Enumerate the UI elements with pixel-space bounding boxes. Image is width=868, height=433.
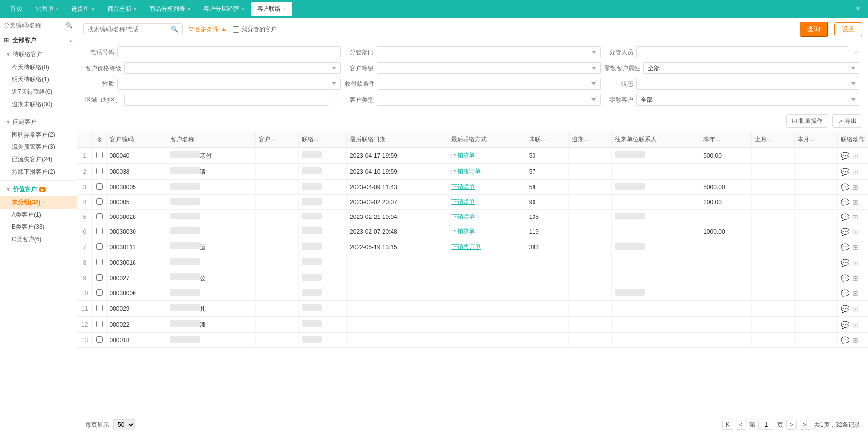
sidebar-item-declining[interactable]: 持续下滑客户(2) bbox=[0, 166, 77, 178]
grid-action-icon[interactable]: ⊞ bbox=[852, 213, 858, 221]
last-method-link[interactable]: 下销售订单 bbox=[451, 243, 481, 250]
row-checkbox[interactable] bbox=[96, 168, 103, 174]
nav-tab-sales-close[interactable]: × bbox=[56, 6, 59, 12]
sidebar-item-overdue[interactable]: 逾期未联络(30) bbox=[0, 98, 77, 111]
grid-action-icon[interactable]: ⊞ bbox=[852, 168, 858, 176]
message-icon[interactable]: 💬 bbox=[841, 183, 849, 191]
sidebar-all-customers[interactable]: ⊞ 全部客户 « bbox=[0, 33, 77, 48]
page-size-select[interactable]: 50 bbox=[113, 419, 135, 430]
td-check[interactable] bbox=[92, 317, 106, 333]
td-check[interactable] bbox=[92, 180, 106, 195]
grid-action-icon[interactable]: ⊞ bbox=[852, 321, 858, 329]
page-input[interactable] bbox=[758, 420, 774, 430]
message-icon[interactable]: 💬 bbox=[841, 213, 849, 221]
td-last-method[interactable]: 下销售订单 bbox=[448, 239, 526, 255]
message-icon[interactable]: 💬 bbox=[841, 305, 849, 313]
th-settings-icon[interactable]: ⚙ bbox=[97, 136, 102, 143]
grid-action-icon[interactable]: ⊞ bbox=[852, 152, 858, 160]
td-last-method[interactable] bbox=[448, 317, 526, 333]
grid-action-icon[interactable]: ⊞ bbox=[852, 305, 858, 313]
nav-tab-product-list[interactable]: 商品分析列表 × bbox=[143, 2, 196, 16]
sidebar-item-churn-warn[interactable]: 流失预警客户(3) bbox=[0, 141, 77, 153]
td-last-method[interactable]: 下销货单 bbox=[448, 224, 526, 239]
phone-input[interactable] bbox=[117, 46, 341, 58]
row-checkbox[interactable] bbox=[96, 336, 103, 343]
person-dots-icon[interactable]: ··· bbox=[851, 49, 860, 56]
message-icon[interactable]: 💬 bbox=[841, 336, 849, 344]
last-method-link[interactable]: 下销货单 bbox=[451, 213, 475, 220]
nav-tab-product-analysis-close[interactable]: × bbox=[134, 6, 136, 12]
td-check[interactable] bbox=[92, 148, 106, 164]
sidebar-group-pending[interactable]: ▼ 待联络客户 bbox=[0, 48, 77, 61]
td-last-method[interactable]: 下销货单 bbox=[448, 195, 526, 210]
sidebar-item-hoard[interactable]: 囤购异常客户(2) bbox=[0, 129, 77, 141]
grid-action-icon[interactable]: ⊞ bbox=[852, 228, 858, 236]
td-check[interactable] bbox=[92, 270, 106, 286]
sidebar-group-value[interactable]: ▼ 价值客户 ● bbox=[0, 183, 77, 196]
first-page-btn[interactable]: K bbox=[722, 420, 733, 430]
message-icon[interactable]: 💬 bbox=[841, 321, 849, 329]
td-check[interactable] bbox=[92, 224, 106, 239]
window-close-button[interactable]: × bbox=[852, 4, 864, 13]
nav-tab-product-analysis[interactable]: 商品分析 × bbox=[102, 2, 142, 16]
sidebar-search-box[interactable]: 🔍 bbox=[0, 18, 77, 33]
grid-action-icon[interactable]: ⊞ bbox=[852, 243, 858, 251]
main-search-icon[interactable]: 🔍 bbox=[171, 26, 178, 33]
grid-action-icon[interactable]: ⊞ bbox=[852, 274, 858, 282]
sidebar-item-classC[interactable]: C类客户(6) bbox=[0, 233, 77, 246]
message-icon[interactable]: 💬 bbox=[841, 289, 849, 297]
grid-action-icon[interactable]: ⊞ bbox=[852, 259, 858, 267]
more-conditions-btn[interactable]: ▽ 更多条件 ▲ bbox=[189, 25, 227, 34]
message-icon[interactable]: 💬 bbox=[841, 259, 849, 267]
batch-op-button[interactable]: ☑ 批量操作 bbox=[786, 114, 828, 128]
last-method-link[interactable]: 下销售订单 bbox=[451, 168, 481, 175]
td-check[interactable] bbox=[92, 301, 106, 317]
sidebar-item-7days[interactable]: 近7天待联络(0) bbox=[0, 86, 77, 98]
next-page-btn[interactable]: > bbox=[786, 420, 797, 430]
sidebar-item-tomorrow[interactable]: 明天待联络(1) bbox=[0, 73, 77, 86]
row-checkbox[interactable] bbox=[96, 243, 103, 250]
message-icon[interactable]: 💬 bbox=[841, 274, 849, 282]
export-button[interactable]: ↗ 导出 bbox=[832, 114, 862, 128]
sidebar-item-classA[interactable]: A类客户(1) bbox=[0, 209, 77, 221]
payment-select[interactable] bbox=[378, 78, 601, 90]
person-input[interactable] bbox=[636, 46, 848, 58]
status-select[interactable] bbox=[636, 78, 860, 90]
my-customers-filter[interactable]: 我分管的客户 bbox=[233, 25, 277, 34]
row-checkbox[interactable] bbox=[96, 305, 103, 311]
last-page-btn[interactable]: >| bbox=[800, 420, 811, 430]
td-check[interactable] bbox=[92, 239, 106, 255]
td-last-method[interactable]: 下销货单 bbox=[448, 210, 526, 224]
my-customers-checkbox[interactable] bbox=[233, 26, 239, 33]
reset-button[interactable]: 设置 bbox=[834, 22, 862, 36]
nav-tab-purchase-close[interactable]: × bbox=[91, 6, 94, 12]
row-checkbox[interactable] bbox=[96, 259, 103, 265]
price-level-select[interactable] bbox=[124, 62, 341, 74]
sidebar-item-today[interactable]: 今天待联络(0) bbox=[0, 61, 77, 73]
row-checkbox[interactable] bbox=[96, 183, 103, 190]
row-checkbox[interactable] bbox=[96, 198, 103, 205]
nav-home[interactable]: 首页 bbox=[4, 4, 29, 13]
last-method-link[interactable]: 下销货单 bbox=[451, 198, 475, 205]
sidebar-search-input[interactable] bbox=[4, 22, 64, 29]
message-icon[interactable]: 💬 bbox=[841, 243, 849, 251]
row-checkbox[interactable] bbox=[96, 213, 103, 219]
td-check[interactable] bbox=[92, 255, 106, 270]
sidebar-group-problem[interactable]: ▼ 问题客户 bbox=[0, 115, 77, 129]
message-icon[interactable]: 💬 bbox=[841, 168, 849, 176]
td-check[interactable] bbox=[92, 333, 106, 348]
last-method-link[interactable]: 下销货单 bbox=[451, 183, 475, 190]
prev-page-btn[interactable]: < bbox=[736, 420, 746, 430]
sidebar-collapse-icon[interactable]: « bbox=[70, 38, 73, 44]
nav-tab-purchase[interactable]: 进货单 × bbox=[66, 2, 100, 16]
grid-action-icon[interactable]: ⊞ bbox=[852, 198, 858, 206]
row-checkbox[interactable] bbox=[96, 321, 103, 327]
nav-tab-customer-layer-close[interactable]: × bbox=[241, 6, 244, 12]
td-last-method[interactable] bbox=[448, 255, 526, 270]
nav-tab-product-list-close[interactable]: × bbox=[187, 6, 190, 12]
row-checkbox[interactable] bbox=[96, 274, 103, 281]
nature-select[interactable] bbox=[117, 78, 341, 90]
row-checkbox[interactable] bbox=[96, 152, 103, 158]
message-icon[interactable]: 💬 bbox=[841, 228, 849, 236]
td-last-method[interactable]: 下销货单 bbox=[448, 148, 526, 164]
